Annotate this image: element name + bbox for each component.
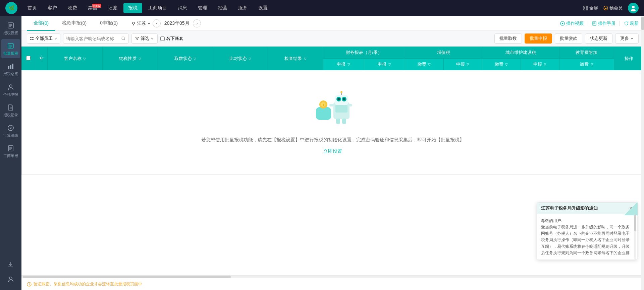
- svg-rect-45: [316, 107, 331, 120]
- sidebar-item-tax-records[interactable]: 报税记录: [1, 101, 20, 120]
- account-checkbox-label[interactable]: 名下账套: [160, 35, 183, 42]
- svg-rect-50: [335, 104, 347, 113]
- tab-tax-declare[interactable]: 税款申报(0): [55, 16, 93, 31]
- status-update-btn[interactable]: 状态更新: [585, 33, 612, 44]
- notification-body: 尊敬的用户: 受当前电子税务局进一步升级的影响，同一个政务网账号（办税人）名下的…: [537, 214, 637, 260]
- nav-customer[interactable]: 客户: [43, 3, 62, 13]
- filter-icon[interactable]: ▽: [249, 57, 251, 61]
- member-btn[interactable]: ▶ 畅会员: [603, 5, 623, 11]
- filter-icon[interactable]: ▽: [347, 63, 350, 66]
- filter-icon[interactable]: ▽: [505, 63, 508, 66]
- action-buttons: 批量取数 批量申报 批量缴款 状态更新 更多: [494, 33, 639, 44]
- svg-rect-3: [586, 6, 588, 7]
- sidebar-item-download[interactable]: [1, 258, 20, 271]
- notification-greeting: 尊敬的用户:: [541, 218, 633, 224]
- next-month-btn[interactable]: ›: [193, 19, 201, 27]
- filter-icon[interactable]: ▽: [194, 57, 196, 61]
- sidebar-item-user[interactable]: [1, 273, 20, 286]
- filter-icon[interactable]: ▽: [467, 63, 469, 66]
- col-fetch-status: 取数状态 ▽: [158, 47, 213, 70]
- col-vat-declare: 申报 ▽: [364, 59, 405, 70]
- sidebar-item-tax-overview[interactable]: 报税总览: [1, 60, 20, 79]
- svg-rect-61: [342, 119, 346, 124]
- page-scrollbar[interactable]: [641, 16, 644, 290]
- col-edu-pay: 缴费 ▽: [559, 59, 614, 70]
- chevron-down-icon: [54, 37, 57, 40]
- account-checkbox[interactable]: [160, 37, 165, 41]
- sidebar-item-batch-tax[interactable]: 批量报税: [1, 39, 20, 58]
- sidebar-item-settlement[interactable]: ¥ 汇算清缴: [1, 121, 20, 140]
- svg-rect-59: [349, 104, 352, 106]
- svg-text:▶: ▶: [605, 7, 607, 10]
- notification-content: 受当前电子税务局进一步升级的影响，同一个政务网账号（办税人）名下的企业不能再同时…: [541, 224, 633, 256]
- refresh-btn[interactable]: 刷新: [624, 20, 639, 26]
- filter-icon[interactable]: ▽: [83, 57, 86, 61]
- chevron-down-icon: [147, 22, 151, 25]
- select-all-checkbox[interactable]: [26, 56, 31, 60]
- nav-operation[interactable]: 经营: [213, 3, 232, 13]
- svg-point-55: [343, 98, 345, 100]
- notification-scrollbar[interactable]: [634, 215, 636, 260]
- province-selector[interactable]: 江苏: [131, 20, 151, 26]
- filter-button[interactable]: 筛选: [131, 33, 158, 44]
- nav-home[interactable]: 首页: [23, 3, 42, 13]
- sidebar-label: 个税申报: [3, 92, 18, 97]
- col-tax-type: 纳税性质 ▽: [103, 47, 158, 70]
- prev-month-btn[interactable]: ‹: [153, 19, 161, 27]
- tab-all[interactable]: 全部(0): [27, 16, 55, 31]
- user-icon: [7, 275, 15, 283]
- svg-text:🌿: 🌿: [9, 5, 15, 11]
- search-input[interactable]: [66, 36, 120, 41]
- sidebar-label: 报税设置: [3, 31, 18, 35]
- app-logo[interactable]: 🌿: [5, 2, 17, 14]
- sidebar-item-annual-report[interactable]: 工商年报: [1, 142, 20, 161]
- nav-service[interactable]: 服务: [233, 3, 252, 13]
- filter-icon[interactable]: ▽: [428, 63, 431, 66]
- top-navigation: 🌿 首页 客户 收费 票据 NEW 记账 报税 工商项目 消息 管理 经营 服务…: [0, 0, 644, 16]
- fullscreen-btn[interactable]: 全屏: [583, 5, 598, 11]
- batch-fetch-btn[interactable]: 批量取数: [494, 33, 522, 44]
- video-tutorial-btn[interactable]: 操作视频: [560, 20, 584, 26]
- nav-settings[interactable]: 设置: [254, 3, 272, 13]
- nav-manage[interactable]: 管理: [193, 3, 212, 13]
- month-navigation: ‹ 2023年05月 ›: [153, 19, 201, 27]
- svg-rect-19: [10, 65, 11, 69]
- svg-point-44: [40, 57, 42, 59]
- tab-zero-declare[interactable]: 0申报(0): [93, 16, 124, 31]
- warning-text: 验证账密、采集信息均成功的企业才会流转至批量报税页面中: [34, 281, 142, 287]
- svg-point-9: [631, 9, 636, 11]
- sidebar-item-personal-tax[interactable]: 个税申报: [1, 80, 20, 99]
- settlement-icon: ¥: [7, 124, 15, 132]
- more-btn[interactable]: 更多: [615, 33, 639, 44]
- nav-message[interactable]: 消息: [173, 3, 192, 13]
- batch-pay-btn[interactable]: 批量缴款: [555, 33, 582, 44]
- setup-link[interactable]: 立即设置: [323, 148, 342, 154]
- search-icon[interactable]: [121, 36, 126, 41]
- manual-btn[interactable]: 操作手册: [592, 20, 615, 26]
- filter-icon[interactable]: ▽: [304, 57, 307, 61]
- nav-industrial[interactable]: 工商项目: [144, 3, 172, 13]
- col-vat-pay: 缴费 ▽: [405, 59, 443, 70]
- tax-records-icon: [7, 103, 15, 112]
- svg-point-64: [29, 285, 30, 286]
- batch-declare-btn[interactable]: 批量申报: [525, 33, 552, 44]
- nav-bookkeeping[interactable]: 记账: [103, 3, 122, 13]
- filter-icon[interactable]: ▽: [139, 57, 141, 61]
- divider: [620, 21, 620, 26]
- filter-icon[interactable]: ▽: [544, 63, 546, 66]
- notification-panel: 江苏电子税务局升级影响通知 ✕ 尊敬的用户: 受当前电子税务局进一步升级的影响，…: [537, 202, 637, 260]
- employee-select[interactable]: 全部员工: [27, 33, 60, 44]
- col-compare-status: 比对状态 ▽: [213, 47, 268, 70]
- svg-point-42: [122, 37, 124, 40]
- nav-tax[interactable]: 报税: [123, 3, 142, 13]
- warning-icon: [27, 282, 32, 287]
- sidebar-label: 批量报税: [3, 51, 18, 56]
- filter-icon[interactable]: ▽: [388, 63, 391, 66]
- nav-fee[interactable]: 收费: [63, 3, 82, 13]
- sidebar-item-tax-settings[interactable]: 报税设置: [1, 19, 20, 38]
- col-vat: 增值税: [405, 47, 482, 59]
- nav-invoice[interactable]: 票据 NEW: [83, 3, 102, 13]
- user-avatar[interactable]: [628, 3, 639, 13]
- filter-icon[interactable]: ▽: [591, 63, 593, 66]
- settings-icon[interactable]: [39, 55, 44, 61]
